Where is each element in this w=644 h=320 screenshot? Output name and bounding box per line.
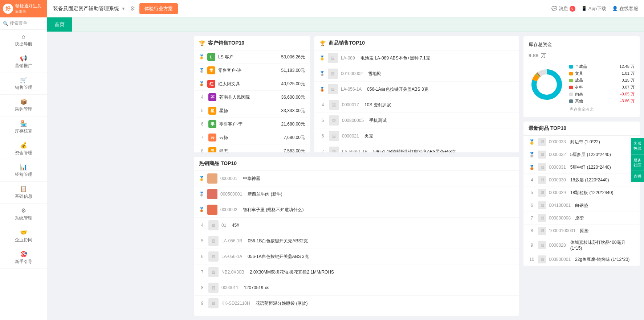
product-name: 电池盖 LA-089 ABS本色+黑种 7.1克: [360, 56, 430, 61]
app-download-button[interactable]: 📱 App下载: [581, 5, 606, 12]
customer-name: 苍南县人民医院: [219, 94, 278, 100]
stock-card: 库存总资金 9.88 万: [523, 36, 640, 117]
product-code: 0000002: [220, 207, 242, 212]
sidebar-item-basics[interactable]: 📋 基础信息: [0, 182, 47, 204]
home-icon: ⌂: [22, 33, 25, 40]
sidebar-item-sales[interactable]: 🛒 销售管理: [0, 73, 47, 95]
product-thumbnail: 🖼: [208, 251, 219, 262]
live-label: 直播: [633, 174, 641, 179]
stock-amount: 9.88 万: [529, 49, 635, 60]
list-item: 4 🖼 0000030 18多层 (1220*2440): [523, 174, 640, 186]
product-name: 手机测试: [369, 118, 387, 123]
content-right: 库存总资金 9.88 万: [523, 36, 640, 316]
image-icon: 🖼: [331, 56, 335, 60]
product-thumbnail: 🖼: [329, 147, 339, 152]
sidebar-item-home[interactable]: ⌂ 快捷导航: [0, 30, 47, 51]
product-name: 雪地靴: [368, 71, 381, 76]
product-code: 0000021: [342, 134, 363, 139]
sidebar-item-operations[interactable]: 📊 经营管理: [0, 160, 47, 182]
sidebar-item-marketing[interactable]: 📢 营销推广: [0, 51, 47, 73]
product-name: 花语萌恒温分娩睡袋 (厚款): [256, 301, 307, 306]
community-button[interactable]: 服务社区: [631, 155, 644, 171]
customer-service-button[interactable]: 客服热线: [631, 138, 644, 155]
sidebar-item-inventory[interactable]: 🏪 库存核算: [0, 116, 47, 138]
product-code: 0000031: [549, 165, 566, 170]
customer-value: 7,680.00元: [284, 135, 305, 141]
legend-value: 0.07 万: [616, 85, 635, 90]
table-row: 4 苍 苍南县人民医院 36,600.00元: [194, 91, 310, 104]
product-name: 18多层 (1220*2440): [570, 177, 635, 183]
legend-dot: [569, 93, 573, 96]
search-icon: 🔍: [3, 21, 8, 26]
stock-legend: 半成品 12.45 万 文具 1.01 万 成品 0.25 万: [569, 64, 635, 105]
legend-item: 半成品 12.45 万: [569, 64, 635, 69]
image-icon: 🖼: [331, 72, 335, 76]
product-sales-title: 商品销售TOP10: [329, 40, 365, 46]
rank-number: 7: [199, 135, 205, 140]
newest-products-card: 最新商品 TOP10 🥇 🖼 0000033 封边带 (1.0*22) 🥈 🖼 …: [523, 122, 640, 266]
rank-medal-icon: 🥈: [199, 192, 204, 197]
sidebar-item-system[interactable]: ⚙ 系统管理: [0, 204, 47, 225]
table-row: 6 🖼 0000021 夹克: [314, 128, 519, 144]
product-code: 0000030: [549, 177, 566, 182]
product-name: 12070519-xs: [244, 285, 269, 290]
trial-button[interactable]: 体验行业方案: [139, 3, 178, 14]
table-row: 4 🖼 0000017 10S 变刹罗寂: [314, 97, 519, 113]
service-icon: 👤: [612, 6, 618, 11]
tab-home[interactable]: 首页: [47, 17, 72, 32]
product-name: 2.0X30MM双搓花轴.搓花直径2.1MM/ROHS: [250, 270, 334, 275]
legend-value: -0.05 万: [616, 91, 635, 97]
hot-products-header: 热销商品 TOP10: [194, 157, 519, 171]
customer-value: 7,563.00元: [284, 148, 305, 153]
live-button[interactable]: 直播: [631, 171, 644, 182]
product-code: 0000011: [221, 285, 243, 290]
legend-item: 文具 1.01 万: [569, 71, 635, 76]
image-icon: 🖼: [212, 270, 215, 274]
purchase-icon: 📦: [20, 98, 27, 105]
product-name: 智利车子里 (规格不知道填什么): [243, 207, 303, 212]
sidebar-item-label: 基础信息: [15, 193, 32, 200]
product-sales-card: 🏆 商品销售TOP10 🥇 🖼 LA-089 电池盖 LA-089 ABS本色+…: [314, 36, 519, 152]
dropdown-arrow-icon[interactable]: ▼: [121, 6, 126, 11]
legend-label: 半成品: [575, 64, 614, 69]
operations-icon: 📊: [20, 164, 27, 171]
legend-dot: [569, 86, 573, 89]
sidebar-item-guide[interactable]: 🎯 新手引导: [0, 247, 47, 269]
topbar-right: 💬 消息 6 📱 App下载 👤 在线客服: [551, 5, 638, 12]
sidebar-item-collab[interactable]: 🤝 企业协同: [0, 225, 47, 247]
product-thumbnail: 🖼: [538, 255, 546, 263]
product-code: LA-056-1B: [221, 238, 246, 243]
phone-icon: 📱: [581, 6, 587, 11]
product-name: 056-1B白色按键开关壳ABS2克: [248, 238, 308, 243]
system-title: 装备及固定资产辅助管理系统 ▼: [53, 5, 126, 12]
basics-icon: 📋: [20, 185, 27, 192]
table-row: 🥈 零 零售客户-许 51,183.00元: [194, 64, 310, 77]
rank-number: 4: [199, 95, 205, 100]
legend-item: 其他 -3.86 万: [569, 98, 635, 104]
sidebar-item-purchase[interactable]: 📦 采购管理: [0, 95, 47, 116]
avatar: 零: [207, 66, 215, 74]
image-icon: 🖼: [212, 286, 215, 290]
sidebar-item-finance[interactable]: 💰 资金管理: [0, 138, 47, 160]
service-button[interactable]: 👤 在线客服: [612, 5, 638, 12]
product-code: 0000017: [342, 102, 363, 107]
customer-value: 53,006.26元: [281, 54, 305, 60]
newest-products-title: 最新商品 TOP10: [529, 125, 566, 132]
message-button[interactable]: 💬 消息 6: [551, 5, 575, 12]
product-info: 001000002 雪地靴: [341, 71, 514, 77]
image-icon: 🖼: [332, 150, 336, 153]
trophy-icon: 🏆: [199, 40, 205, 46]
rank-number: 4: [199, 223, 205, 228]
legend-label: 成品: [575, 78, 614, 83]
product-info: 01 45#: [221, 222, 514, 229]
sidebar-search[interactable]: 🔍 搜索菜单: [0, 17, 47, 30]
settings-icon[interactable]: ⚙: [130, 5, 135, 12]
product-code: 0000032: [549, 152, 566, 157]
product-name: 5层中纤 (1220*2440): [570, 164, 635, 171]
rank-number: 5: [199, 108, 205, 113]
table-row: 6 零 零售客户-于 21,680.00元: [194, 118, 310, 131]
product-thumbnail: 🖼: [208, 283, 219, 293]
sidebar-item-label: 系统管理: [15, 215, 32, 221]
rank-number: 6: [199, 254, 205, 259]
rank-number: 8: [199, 285, 205, 290]
